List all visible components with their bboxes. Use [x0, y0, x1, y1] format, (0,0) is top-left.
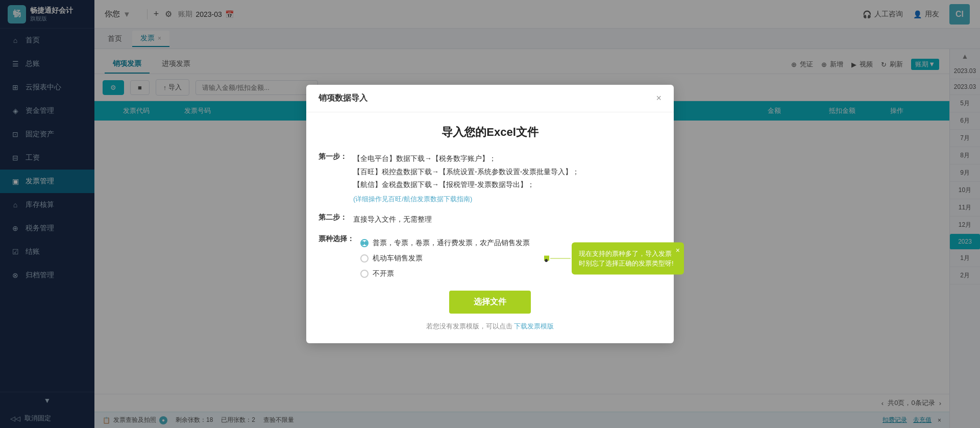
dialog-main-title: 导入您的Excel文件: [318, 125, 662, 140]
step1-content: 【全电平台】数据下载→【税务数字账户】； 【百旺】税控盘数据下载→【系统设置-系…: [353, 152, 579, 205]
tooltip-text: 现在支持的票种多了，导入发票时别忘了选择正确的发票类型呀!: [579, 249, 674, 267]
ticket-label: 票种选择：: [318, 234, 354, 244]
radio-motor[interactable]: 机动车销售发票 ● × 现在支持的票种多了，导入发票时别忘了选择正确的发票类型呀…: [360, 254, 530, 263]
step1-label: 第一步：: [318, 152, 347, 161]
dialog-ticket-select: 票种选择： 普票，专票，卷票，通行费发票，农产品销售发票 机动车销售发票: [318, 234, 662, 278]
step2-content: 直接导入文件，无需整理: [353, 213, 432, 226]
modal-overlay: 销项数据导入 × 导入您的Excel文件 第一步： 【全电平台】数据下载→【税务…: [0, 0, 980, 428]
tooltip-line: [550, 258, 571, 258]
radio-normal[interactable]: 普票，专票，卷票，通行费发票，农产品销售发票: [360, 239, 530, 248]
dialog-header: 销项数据导入 ×: [306, 85, 674, 112]
radio-motor-circle: [360, 254, 369, 263]
app-wrapper: 畅 畅捷通好会计 旗舰版 ⌂ 首页 ☰ 总账 ⊞ 云报表中心 ◈ 资金管理: [0, 0, 980, 428]
download-template-link[interactable]: 下载发票模版: [514, 322, 554, 330]
radio-normal-label: 普票，专票，卷票，通行费发票，农产品销售发票: [373, 239, 530, 248]
dialog-title: 销项数据导入: [318, 93, 368, 104]
step1-line-0: 【全电平台】数据下载→【税务数字账户】；: [353, 152, 579, 165]
step1-line-2: 【航信】金税盘数据下载→【报税管理-发票数据导出】；: [353, 178, 579, 191]
import-dialog: 销项数据导入 × 导入您的Excel文件 第一步： 【全电平台】数据下载→【税务…: [306, 85, 674, 343]
radio-normal-circle: [360, 239, 369, 247]
radio-motor-label: 机动车销售发票: [373, 254, 423, 263]
step1-line-1: 【百旺】税控盘数据下载→【系统设置-系统参数设置-发票批量导入】；: [353, 165, 579, 178]
tooltip-anchor: ● × 现在支持的票种多了，导入发票时别忘了选择正确的发票类型呀!: [544, 242, 684, 274]
radio-none[interactable]: 不开票: [360, 269, 530, 278]
tooltip-dot: ●: [544, 256, 549, 261]
dialog-step2: 第二步： 直接导入文件，无需整理: [318, 213, 662, 226]
radio-group: 普票，专票，卷票，通行费发票，农产品销售发票 机动车销售发票 ● ×: [360, 239, 530, 278]
step2-label: 第二步：: [318, 213, 347, 222]
dialog-close-button[interactable]: ×: [656, 93, 662, 104]
tooltip-close-btn[interactable]: ×: [676, 245, 680, 255]
dialog-step1: 第一步： 【全电平台】数据下载→【税务数字账户】； 【百旺】税控盘数据下载→【系…: [318, 152, 662, 205]
dialog-footer: 若您没有发票模版，可以点击 下载发票模版: [318, 322, 662, 331]
radio-none-label: 不开票: [373, 269, 394, 278]
tooltip-box: × 现在支持的票种多了，导入发票时别忘了选择正确的发票类型呀!: [572, 242, 684, 274]
dialog-body: 导入您的Excel文件 第一步： 【全电平台】数据下载→【税务数字账户】； 【百…: [306, 112, 674, 343]
dialog-footer-text-label: 若您没有发票模版，可以点击: [426, 322, 512, 330]
radio-none-circle: [360, 270, 369, 278]
select-file-button[interactable]: 选择文件: [449, 291, 531, 314]
step1-guide-link[interactable]: (详细操作见百旺/航信发票数据下载指南): [353, 193, 579, 205]
